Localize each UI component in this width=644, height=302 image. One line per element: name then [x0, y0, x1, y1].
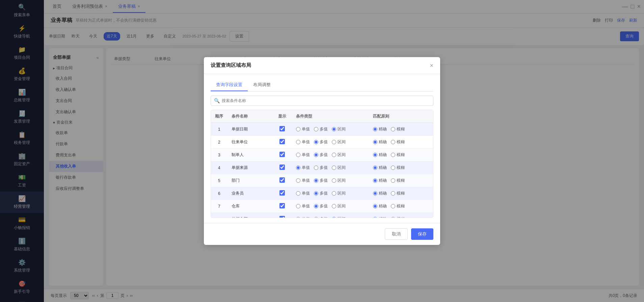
type-range-radio-0[interactable]	[332, 127, 336, 131]
match-exact-radio-1[interactable]	[373, 140, 377, 144]
type-single-radio-6[interactable]	[296, 204, 300, 208]
type-multi-radio-4[interactable]	[314, 178, 318, 183]
type-single-label-7[interactable]: 单值	[296, 216, 310, 218]
match-exact-radio-5[interactable]	[373, 191, 377, 196]
match-exact-label-4[interactable]: 精确	[373, 178, 387, 183]
match-fuzzy-radio-3[interactable]	[391, 166, 395, 170]
type-multi-radio-1[interactable]	[314, 140, 318, 144]
type-multi-radio-3[interactable]	[314, 166, 318, 170]
match-fuzzy-radio-6[interactable]	[391, 204, 395, 208]
row-show-4[interactable]	[272, 174, 292, 187]
type-range-label-3[interactable]: 区间	[332, 165, 346, 171]
type-multi-label-3[interactable]: 多值	[314, 165, 328, 171]
type-single-radio-7[interactable]	[296, 217, 300, 218]
type-range-label-2[interactable]: 区间	[332, 152, 346, 158]
tab-field-settings[interactable]: 查询字段设置	[211, 79, 248, 91]
match-fuzzy-label-6[interactable]: 模糊	[391, 203, 405, 209]
type-single-radio-3[interactable]	[296, 166, 300, 170]
match-fuzzy-label-7[interactable]: 模糊	[391, 216, 405, 218]
type-range-label-5[interactable]: 区间	[332, 191, 346, 196]
row-show-0[interactable]	[272, 123, 292, 135]
match-exact-label-6[interactable]: 精确	[373, 203, 387, 209]
show-checkbox-2[interactable]	[279, 152, 285, 157]
type-multi-label-7[interactable]: 多值	[314, 216, 328, 218]
row-show-5[interactable]	[272, 187, 292, 200]
type-range-radio-7[interactable]	[332, 217, 336, 218]
match-fuzzy-radio-2[interactable]	[391, 153, 395, 157]
type-single-label-5[interactable]: 单值	[296, 191, 310, 196]
match-exact-radio-7[interactable]	[373, 217, 377, 218]
type-single-radio-5[interactable]	[296, 191, 300, 196]
type-multi-radio-5[interactable]	[314, 191, 318, 196]
type-range-label-6[interactable]: 区间	[332, 203, 346, 209]
match-exact-label-5[interactable]: 精确	[373, 191, 387, 196]
type-range-label-0[interactable]: 区间	[332, 126, 346, 132]
type-single-radio-1[interactable]	[296, 140, 300, 144]
type-multi-label-4[interactable]: 多值	[314, 178, 328, 183]
match-fuzzy-label-4[interactable]: 模糊	[391, 178, 405, 183]
row-show-3[interactable]	[272, 161, 292, 174]
type-multi-radio-0[interactable]	[314, 127, 318, 131]
type-range-radio-1[interactable]	[332, 140, 336, 144]
type-single-label-6[interactable]: 单值	[296, 203, 310, 209]
match-fuzzy-radio-0[interactable]	[391, 127, 395, 131]
match-fuzzy-radio-1[interactable]	[391, 140, 395, 144]
type-single-label-4[interactable]: 单值	[296, 178, 310, 183]
match-exact-label-1[interactable]: 精确	[373, 139, 387, 145]
row-show-1[interactable]	[272, 136, 292, 148]
type-multi-label-5[interactable]: 多值	[314, 191, 328, 196]
match-exact-radio-3[interactable]	[373, 166, 377, 170]
type-range-label-1[interactable]: 区间	[332, 139, 346, 145]
tab-layout-adjust[interactable]: 布局调整	[248, 79, 276, 91]
match-exact-label-2[interactable]: 精确	[373, 152, 387, 158]
type-multi-radio-2[interactable]	[314, 153, 318, 157]
type-range-label-7[interactable]: 区间	[332, 216, 346, 218]
type-multi-label-2[interactable]: 多值	[314, 152, 328, 158]
type-multi-label-1[interactable]: 多值	[314, 139, 328, 145]
cancel-button[interactable]: 取消	[385, 228, 408, 240]
match-exact-label-3[interactable]: 精确	[373, 165, 387, 171]
match-exact-radio-2[interactable]	[373, 153, 377, 157]
type-single-radio-4[interactable]	[296, 178, 300, 183]
row-show-7[interactable]	[272, 213, 292, 218]
match-exact-label-7[interactable]: 精确	[373, 216, 387, 218]
type-range-radio-6[interactable]	[332, 204, 336, 208]
type-single-label-1[interactable]: 单值	[296, 139, 310, 145]
type-single-label-0[interactable]: 单值	[296, 126, 310, 132]
type-multi-radio-7[interactable]	[314, 217, 318, 218]
show-checkbox-7[interactable]	[279, 216, 285, 218]
type-single-label-2[interactable]: 单值	[296, 152, 310, 158]
match-fuzzy-label-1[interactable]: 模糊	[391, 139, 405, 145]
type-range-radio-4[interactable]	[332, 178, 336, 183]
dialog-close-button[interactable]: ×	[430, 62, 433, 69]
type-multi-radio-6[interactable]	[314, 204, 318, 208]
match-exact-label-0[interactable]: 精确	[373, 126, 387, 132]
dialog-save-button[interactable]: 保存	[411, 228, 433, 240]
show-checkbox-3[interactable]	[279, 165, 285, 170]
show-checkbox-4[interactable]	[279, 177, 285, 183]
type-single-label-3[interactable]: 单值	[296, 165, 310, 171]
type-range-radio-3[interactable]	[332, 166, 336, 170]
row-show-2[interactable]	[272, 149, 292, 161]
match-fuzzy-radio-5[interactable]	[391, 191, 395, 196]
match-fuzzy-label-5[interactable]: 模糊	[391, 191, 405, 196]
show-checkbox-0[interactable]	[279, 126, 285, 131]
match-fuzzy-radio-7[interactable]	[391, 217, 395, 218]
show-checkbox-6[interactable]	[279, 203, 285, 208]
match-fuzzy-label-0[interactable]: 模糊	[391, 126, 405, 132]
row-show-6[interactable]	[272, 200, 292, 212]
match-exact-radio-4[interactable]	[373, 178, 377, 183]
dialog-search-input[interactable]	[211, 96, 433, 106]
match-fuzzy-label-3[interactable]: 模糊	[391, 165, 405, 171]
type-range-label-4[interactable]: 区间	[332, 178, 346, 183]
match-exact-radio-6[interactable]	[373, 204, 377, 208]
type-multi-label-6[interactable]: 多值	[314, 203, 328, 209]
type-range-radio-5[interactable]	[332, 191, 336, 196]
type-multi-label-0[interactable]: 多值	[314, 126, 328, 132]
show-checkbox-5[interactable]	[279, 190, 285, 196]
show-checkbox-1[interactable]	[279, 139, 285, 144]
type-single-radio-2[interactable]	[296, 153, 300, 157]
match-exact-radio-0[interactable]	[373, 127, 377, 131]
match-fuzzy-label-2[interactable]: 模糊	[391, 152, 405, 158]
type-range-radio-2[interactable]	[332, 153, 336, 157]
